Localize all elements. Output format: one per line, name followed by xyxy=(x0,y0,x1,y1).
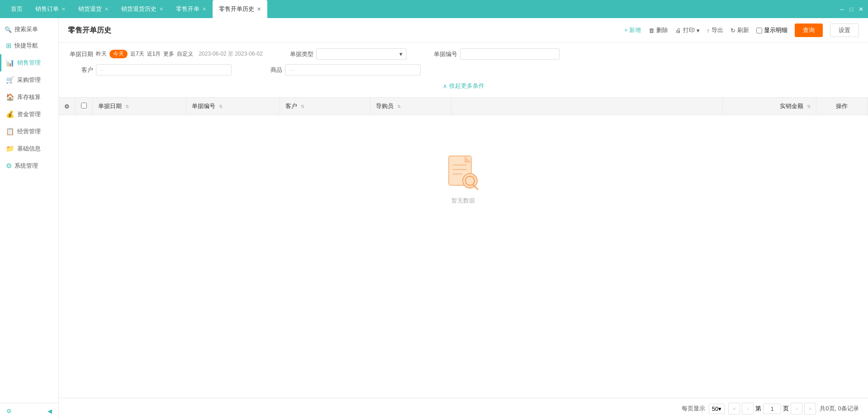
doc-no-input[interactable] xyxy=(460,48,560,60)
basic-info-icon: 📁 xyxy=(6,145,14,153)
col-spacer xyxy=(451,98,722,115)
last-page-button[interactable]: » xyxy=(804,403,816,414)
display-detail-checkbox[interactable]: 显示明细 xyxy=(756,26,787,34)
close-tab-icon[interactable]: ✕ xyxy=(257,6,261,12)
customer-select[interactable]: ··· xyxy=(96,64,232,75)
empty-state: 暂无数据 xyxy=(59,115,868,241)
col-date: 单据日期 ⇅ xyxy=(93,98,186,115)
col-docno: 单据编号 ⇅ xyxy=(186,98,280,115)
close-tab-icon[interactable]: ✕ xyxy=(202,6,206,12)
refresh-button[interactable]: ↻ 刷新 xyxy=(730,26,749,34)
date-custom[interactable]: 自定义 xyxy=(177,50,193,58)
sidebar-search[interactable]: 🔍 搜索采单 xyxy=(0,22,58,37)
setting-button[interactable]: 设置 xyxy=(830,24,859,37)
delete-icon: 🗑 xyxy=(649,27,655,34)
table-wrapper: ⚙ 单据日期 ⇅ 单据编号 ⇅ xyxy=(59,98,868,398)
sidebar-item-purchase-mgmt[interactable]: 🛒 采购管理 xyxy=(0,71,58,89)
sidebar-item-inventory[interactable]: 🏠 库存核算 xyxy=(0,89,58,106)
print-button[interactable]: 🖨 打印 ▾ xyxy=(675,26,700,34)
sidebar-item-operations[interactable]: 📋 经营管理 xyxy=(0,123,58,140)
date-1month[interactable]: 近1月 xyxy=(147,50,161,58)
gear-icon[interactable]: ⚙ xyxy=(64,103,70,110)
pagination-bar: 每页显示 50 ▾ « ‹ 第 页 › » 共0页, 0条记录 xyxy=(59,398,868,419)
sidebar-item-finance[interactable]: 💰 资金管理 xyxy=(0,106,58,123)
date-range: 2023-06-02 至 2023-06-02 xyxy=(199,50,262,58)
col-action: 操作 xyxy=(816,98,868,115)
add-button[interactable]: + 新增 xyxy=(624,26,641,34)
sidebar-item-basic-info[interactable]: 📁 基础信息 xyxy=(0,140,58,157)
empty-text: 暂无数据 xyxy=(451,197,475,205)
main-layout: 🔍 搜索采单 ⊞ 快捷导航 📊 销售管理 🛒 采购管理 🏠 库存核算 💰 资金管… xyxy=(0,18,868,419)
collapse-icon[interactable]: ◀ xyxy=(47,408,52,414)
export-icon: ↑ xyxy=(707,27,710,34)
date-shortcuts: 昨天 今天 近7天 近1月 更多 自定义 xyxy=(96,50,193,58)
display-detail-input[interactable] xyxy=(756,28,762,33)
sort-icon[interactable]: ⇅ xyxy=(301,104,304,109)
close-tab-icon[interactable]: ✕ xyxy=(62,6,66,12)
select-all-checkbox[interactable] xyxy=(81,103,87,108)
page-actions: + 新增 🗑 删除 🖨 打印 ▾ ↑ 导出 ↻ 刷新 xyxy=(624,24,859,37)
doc-no-filter: 单据编号 xyxy=(432,48,560,60)
close-tab-icon[interactable]: ✕ xyxy=(159,6,163,12)
table-header-row: ⚙ 单据日期 ⇅ 单据编号 ⇅ xyxy=(59,98,868,115)
sort-icon[interactable]: ⇅ xyxy=(219,104,223,109)
first-page-button[interactable]: « xyxy=(728,403,740,414)
page-size-dropdown-icon: ▾ xyxy=(718,405,721,412)
date-7days[interactable]: 近7天 xyxy=(130,50,144,58)
window-maximize[interactable]: □ xyxy=(849,6,853,13)
col-amount: 实销金额 ⇅ xyxy=(722,98,816,115)
inventory-icon: 🏠 xyxy=(6,93,14,101)
col-gear[interactable]: ⚙ xyxy=(59,98,76,115)
sidebar-item-system[interactable]: ⚙ 系统管理 xyxy=(0,157,58,174)
operations-icon: 📋 xyxy=(6,127,14,136)
collapse-icon: ∧ xyxy=(443,83,447,89)
tab-sales-order[interactable]: 销售订单 ✕ xyxy=(29,0,72,18)
col-customer: 客户 ⇅ xyxy=(280,98,370,115)
refresh-icon: ↻ xyxy=(730,27,735,34)
sidebar-bottom: ⚙ ◀ xyxy=(0,403,58,419)
goods-select[interactable]: ··· xyxy=(285,64,421,75)
sort-icon[interactable]: ⇅ xyxy=(125,104,129,109)
page-size-select[interactable]: 50 ▾ xyxy=(709,404,725,414)
export-button[interactable]: ↑ 导出 xyxy=(707,26,724,34)
delete-button[interactable]: 🗑 删除 xyxy=(649,26,668,34)
col-guide: 导购员 ⇅ xyxy=(370,98,451,115)
content-area: 零售开单历史 + 新增 🗑 删除 🖨 打印 ▾ ↑ 导出 xyxy=(59,18,868,419)
empty-state-icon xyxy=(441,151,486,197)
finance-icon: 💰 xyxy=(6,110,14,118)
tab-sales-return[interactable]: 销货退货 ✕ xyxy=(72,0,115,18)
doc-type-select[interactable]: ▾ xyxy=(316,48,407,60)
empty-state-row: 暂无数据 xyxy=(59,115,868,241)
page-navigation: « ‹ 第 页 › » xyxy=(728,403,816,414)
tab-home[interactable]: 首页 xyxy=(5,0,29,18)
purchase-icon: 🛒 xyxy=(6,76,14,84)
sidebar-item-sales-mgmt[interactable]: 📊 销售管理 xyxy=(0,54,58,71)
tab-sales-return-history[interactable]: 销货退货历史 ✕ xyxy=(115,0,170,18)
query-button[interactable]: 查询 xyxy=(795,24,823,37)
close-tab-icon[interactable]: ✕ xyxy=(104,6,109,12)
filter-row-1: 单据日期 昨天 今天 近7天 近1月 更多 自定义 2023-06-02 至 2… xyxy=(68,48,859,60)
col-checkbox[interactable] xyxy=(76,98,93,115)
print-icon: 🖨 xyxy=(675,27,681,34)
sales-icon: 📊 xyxy=(6,59,14,67)
window-minimize[interactable]: ─ xyxy=(840,6,844,13)
sort-icon[interactable]: ⇅ xyxy=(397,104,401,109)
system-icon: ⚙ xyxy=(6,162,12,170)
prev-page-button[interactable]: ‹ xyxy=(742,403,754,414)
date-yesterday[interactable]: 昨天 xyxy=(96,50,107,58)
search-icon: 🔍 xyxy=(5,26,12,33)
next-page-button[interactable]: › xyxy=(791,403,802,414)
settings-icon[interactable]: ⚙ xyxy=(6,408,12,414)
sort-icon[interactable]: ⇅ xyxy=(807,104,811,109)
date-more[interactable]: 更多 xyxy=(163,50,174,58)
date-today[interactable]: 今天 xyxy=(109,50,128,58)
sidebar-item-quick-nav[interactable]: ⊞ 快捷导航 xyxy=(0,37,58,54)
tab-retail-open[interactable]: 零售开单 ✕ xyxy=(170,0,213,18)
goods-filter: 商品 ··· xyxy=(257,64,421,75)
page-number-input[interactable] xyxy=(763,404,781,414)
more-conditions-toggle[interactable]: ∧ 收起更多条件 xyxy=(68,80,859,92)
window-close[interactable]: ✕ xyxy=(859,6,863,13)
tab-retail-history[interactable]: 零售开单历史 ✕ xyxy=(213,0,267,18)
filter-row-2: 客户 ··· 商品 ··· xyxy=(68,64,859,75)
total-info: 共0页, 0条记录 xyxy=(820,405,859,413)
